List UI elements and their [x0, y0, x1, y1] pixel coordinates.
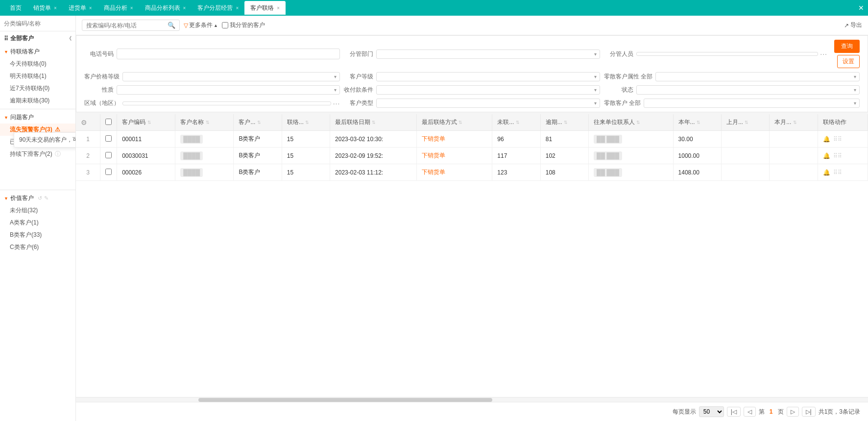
close-icon[interactable]: ×	[236, 5, 239, 11]
sidebar-item-c-class[interactable]: C类客户(6)	[0, 241, 75, 253]
contact-method-link[interactable]: 下销货单	[422, 152, 445, 159]
contact-method-link[interactable]: 下销货单	[422, 169, 445, 175]
next-page-button[interactable]: ▷	[787, 407, 799, 417]
close-icon[interactable]: ×	[183, 5, 186, 11]
tab-customer-contact[interactable]: 客户联络 ×	[244, 1, 286, 15]
scrollbar-thumb[interactable]	[198, 398, 492, 402]
col-gear: ⚙	[76, 114, 100, 131]
col-uncontacted: 未联... ⇅	[492, 114, 540, 131]
col-last-method: 最后联络方式 ⇅	[416, 114, 492, 131]
sidebar-item-7day-pending[interactable]: 近7天待联络(0)	[0, 82, 75, 95]
close-icon[interactable]: ×	[89, 5, 92, 11]
sidebar-item-a-class[interactable]: A类客户(1)	[0, 217, 75, 229]
tooltip-box: 90天未交易的客户，可能有流失风险。	[14, 132, 76, 148]
sidebar: 🔍 ⠿ 全部客户 《 ▼ 待联络客户 今天待联络(0) 明天待联络(1) 近7天…	[0, 16, 76, 421]
sidebar-item-ungrouped[interactable]: 未分组(32)	[0, 204, 75, 217]
filter-phone-label: 电话号码	[84, 50, 114, 58]
tab-purchase[interactable]: 进货单 ×	[63, 1, 98, 15]
tab-product-analysis-list[interactable]: 商品分析列表 ×	[139, 1, 192, 15]
row-this-month	[770, 131, 818, 148]
filter-zero-cust-select[interactable]: ▾	[644, 99, 860, 108]
row-action: 🔔 ⠿⠿	[818, 131, 868, 148]
filter-payment-select[interactable]: ▾	[376, 85, 600, 95]
query-button[interactable]: 查询	[834, 40, 860, 53]
search-icon-orange[interactable]: 🔍	[168, 22, 175, 29]
action-more-icon[interactable]: ⠿⠿	[833, 136, 842, 143]
filter-dept-select[interactable]: ▾	[376, 50, 600, 59]
tab-home[interactable]: 首页	[4, 1, 27, 15]
action-bell-icon[interactable]: 🔔	[823, 152, 830, 159]
sidebar-item-overdue[interactable]: 逾期未联络(30)	[0, 95, 75, 107]
contact-method-link[interactable]: 下销货单	[422, 135, 445, 142]
filter-region-label: 区域（地区）	[84, 99, 120, 107]
sidebar-group-value[interactable]: ▼ 价值客户 ↺ ✎	[0, 192, 75, 204]
sidebar-item-declining[interactable]: 持续下滑客户(2) ⓘ	[0, 148, 75, 160]
main-search-input[interactable]	[86, 22, 166, 29]
my-customers-checkbox[interactable]: 我分管的客户	[222, 21, 265, 29]
row-checkbox[interactable]	[105, 135, 112, 142]
sidebar-search-input[interactable]	[4, 20, 76, 27]
filter-price-select[interactable]: ▾	[122, 72, 340, 81]
sidebar-all-customers[interactable]: ⠿ 全部客户 《	[0, 31, 75, 46]
action-more-icon[interactable]: ⠿⠿	[833, 152, 842, 159]
sort-icon: ⇅	[305, 120, 309, 125]
collapse-icon[interactable]: 《	[67, 35, 72, 42]
tab-customer-layer[interactable]: 客户分层经营 ×	[192, 1, 244, 15]
sidebar-group-problem[interactable]: ▼ 问题客户	[0, 111, 75, 124]
sidebar-item-tomorrow-pending[interactable]: 明天待联络(1)	[0, 70, 75, 82]
filter-nature-select[interactable]: ▾	[117, 85, 340, 95]
row-checkbox-cell	[100, 148, 117, 164]
filter-ctype-select[interactable]: ▾	[376, 99, 600, 108]
filter-region-select[interactable]	[122, 101, 331, 105]
filter-payment: 收付款条件 ▾	[344, 85, 600, 95]
gear-button[interactable]: ⚙	[81, 119, 87, 126]
horizontal-scrollbar[interactable]	[76, 397, 868, 402]
dots-icon[interactable]: ···	[820, 50, 827, 58]
row-contacts-person: ██ ███	[589, 131, 673, 148]
action-more-icon[interactable]: ⠿⠿	[833, 169, 842, 176]
tab-sales[interactable]: 销货单 ×	[27, 1, 63, 15]
sort-icon: ⇅	[516, 120, 520, 125]
last-page-button[interactable]: ▷|	[802, 407, 816, 417]
sort-icon: ⇅	[206, 120, 210, 125]
my-customers-check[interactable]	[222, 22, 228, 28]
action-bell-icon[interactable]: 🔔	[823, 169, 830, 176]
window-close-button[interactable]: ✕	[858, 4, 864, 12]
select-all-checkbox[interactable]	[105, 119, 112, 125]
main-layout: 🔍 ⠿ 全部客户 《 ▼ 待联络客户 今天待联络(0) 明天待联络(1) 近7天…	[0, 16, 868, 421]
filter-phone-input[interactable]	[117, 49, 340, 59]
edit-icon[interactable]: ✎	[44, 195, 48, 201]
filter-manager-select[interactable]	[636, 52, 819, 56]
first-page-button[interactable]: |◁	[727, 407, 741, 417]
main-search-box: 🔍	[82, 20, 180, 31]
sidebar-item-b-class[interactable]: B类客户(33)	[0, 229, 75, 241]
action-bell-icon[interactable]: 🔔	[823, 136, 830, 143]
row-action: 🔔 ⠿⠿	[818, 164, 868, 181]
dots-icon[interactable]: ···	[333, 99, 340, 107]
col-overdue: 逾期... ⇅	[540, 114, 588, 131]
filter-level-select[interactable]: ▾	[376, 72, 600, 81]
refresh-icon[interactable]: ↺	[38, 195, 42, 201]
settings-button[interactable]: 设置	[837, 55, 860, 68]
export-button[interactable]: ↗ 导出	[844, 21, 862, 29]
row-last-contact-method: 下销货单	[416, 131, 492, 148]
row-name: ████	[175, 148, 234, 164]
filter-status-select[interactable]: ▾	[636, 85, 860, 95]
close-icon[interactable]: ×	[54, 5, 57, 11]
tab-product-analysis[interactable]: 商品分析 ×	[98, 1, 139, 15]
divider2	[0, 190, 75, 190]
prev-page-button[interactable]: ◁	[744, 407, 756, 417]
close-icon[interactable]: ×	[130, 5, 133, 11]
close-icon[interactable]: ×	[277, 5, 280, 11]
row-checkbox[interactable]	[105, 169, 112, 175]
filter-zero-attr: 零散客户属性 全部 ▾	[604, 72, 860, 81]
sidebar-item-today-pending[interactable]: 今天待联络(0)	[0, 58, 75, 70]
row-this-month	[770, 164, 818, 181]
per-page-select[interactable]: 50 20 100	[699, 406, 724, 417]
row-checkbox-cell	[100, 131, 117, 148]
more-conditions-button[interactable]: ▽ 更多条件 ▲	[184, 21, 218, 29]
row-code: 00030031	[117, 148, 175, 164]
row-checkbox[interactable]	[105, 152, 112, 158]
filter-zero-attr-select[interactable]: ▾	[655, 72, 860, 81]
sidebar-group-pending[interactable]: ▼ 待联络客户	[0, 46, 75, 58]
